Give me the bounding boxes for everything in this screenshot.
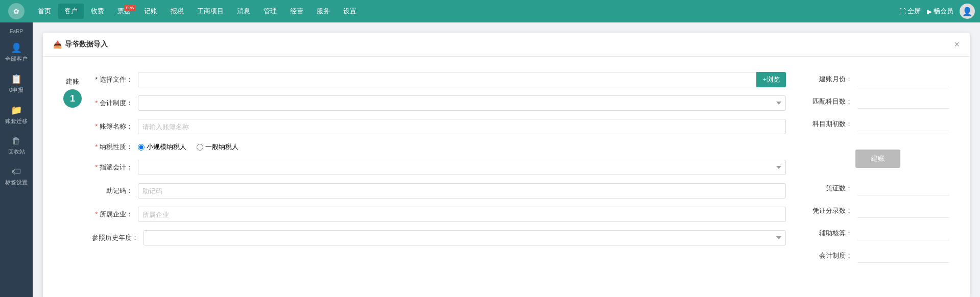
info-initial-label: 科目期初数： — [806, 119, 852, 129]
new-badge: new — [124, 5, 136, 11]
accountant-select[interactable] — [138, 160, 786, 175]
sidebar-label-customers: 全部客户 — [5, 55, 28, 63]
declaration-icon: 📋 — [11, 73, 22, 85]
nav-manage[interactable]: 管理 — [257, 4, 283, 19]
content-area: 📥 导爷数据导入 × 建账 1 — [33, 22, 980, 297]
sidebar-label-migration: 账套迁移 — [5, 117, 28, 125]
tax-general-radio[interactable]: 一般纳税人 — [197, 142, 238, 152]
nav-bookkeeping[interactable]: 记账 — [138, 4, 163, 19]
nav-right: ⛶ 全屏 ▶ 畅会员 👤 — [899, 4, 975, 19]
logo[interactable]: ✿ — [5, 0, 28, 22]
nav-customer[interactable]: 客户 — [58, 4, 84, 19]
nav-fee[interactable]: 收费 — [85, 4, 110, 19]
sidebar: EaRP 👤 全部客户 📋 0申报 📁 账套迁移 🗑 回收站 🏷 标签设置 — [0, 22, 33, 297]
user-avatar[interactable]: 👤 — [960, 4, 975, 19]
memo-input[interactable] — [138, 183, 786, 199]
step-indicator: 建账 1 — [63, 72, 82, 263]
nav-items: 首页 客户 收费 票据 new 记账 报税 工商项目 消息 管理 经营 服务 设… — [32, 4, 899, 19]
title-icon: 📥 — [53, 40, 62, 48]
memo-row: 助记码： — [92, 183, 786, 199]
top-navigation: ✿ 首页 客户 收费 票据 new 记账 报税 工商项目 消息 管理 经营 服务… — [0, 0, 980, 22]
ledger-name-label: 账簿名称： — [92, 122, 133, 131]
nav-settings[interactable]: 设置 — [337, 4, 363, 19]
dialog-header: 📥 导爷数据导入 × — [43, 33, 970, 57]
browse-button[interactable]: +浏览 — [756, 72, 786, 87]
history-year-select[interactable] — [144, 230, 786, 245]
form-fields: * 选择文件： +浏览 会计制度： — [92, 72, 786, 263]
step-label: 建账 — [66, 77, 79, 86]
migration-icon: 📁 — [11, 105, 22, 116]
file-label: * 选择文件： — [92, 75, 133, 84]
sidebar-item-recycle-bin[interactable]: 🗑 回收站 — [0, 132, 33, 160]
ledger-name-row: 账簿名称： — [92, 119, 786, 134]
main-layout: EaRP 👤 全部客户 📋 0申报 📁 账套迁移 🗑 回收站 🏷 标签设置 — [0, 22, 980, 297]
tax-type-label: 纳税性质： — [92, 142, 133, 152]
info-aux-value — [857, 226, 949, 240]
form-section: 建账 1 * 选择文件： +浏览 — [63, 72, 786, 263]
recycle-icon: 🗑 — [12, 136, 21, 146]
info-voucher-entries-row: 凭证分录数： — [806, 204, 949, 218]
info-section: 建账月份： 匹配科目数： 科目期初数： 建账 — [806, 72, 949, 263]
sidebar-label-tags: 标签设置 — [5, 179, 28, 186]
info-aux-row: 辅助核算： — [806, 226, 949, 240]
info-accounting-system-row: 会计制度： — [806, 249, 949, 263]
info-match-label: 匹配科目数： — [806, 97, 852, 106]
build-account-button[interactable]: 建账 — [855, 150, 900, 168]
info-voucher-value — [857, 181, 949, 195]
nav-tax[interactable]: 报税 — [164, 4, 190, 19]
dialog-container: 📥 导爷数据导入 × 建账 1 — [43, 33, 970, 297]
nav-invoice[interactable]: 票据 new — [111, 4, 137, 19]
file-input[interactable] — [138, 72, 756, 87]
history-year-label: 参照历史年度： — [92, 233, 138, 242]
info-accounting-system-label: 会计制度： — [806, 251, 852, 260]
accounting-system-label: 会计制度： — [92, 98, 133, 108]
info-voucher-row: 凭证数： — [806, 181, 949, 195]
nav-business[interactable]: 工商项目 — [191, 4, 230, 19]
accountant-label: 指派会计： — [92, 163, 133, 172]
sidebar-label-recycle: 回收站 — [8, 148, 25, 156]
info-month-label: 建账月份： — [806, 75, 852, 84]
member-btn[interactable]: ▶ 畅会员 — [927, 7, 953, 16]
dialog-title: 📥 导爷数据导入 — [53, 40, 108, 49]
tax-type-row: 纳税性质： 小规模纳税人 一般纳税人 — [92, 142, 786, 152]
history-year-row: 参照历史年度： — [92, 230, 786, 245]
dialog-body: 建账 1 * 选择文件： +浏览 — [43, 57, 970, 278]
info-accounting-system-value — [857, 249, 949, 263]
tax-small-radio[interactable]: 小规模纳税人 — [138, 142, 186, 152]
info-initial-value — [857, 117, 949, 131]
nav-home[interactable]: 首页 — [32, 4, 57, 19]
info-aux-label: 辅助核算： — [806, 229, 852, 238]
info-voucher-entries-label: 凭证分录数： — [806, 206, 852, 215]
step-circle: 1 — [63, 89, 82, 108]
company-input[interactable] — [138, 207, 786, 222]
file-row: * 选择文件： +浏览 — [92, 72, 786, 87]
close-button[interactable]: × — [954, 40, 960, 49]
info-voucher-label: 凭证数： — [806, 184, 852, 193]
title-text: 导爷数据导入 — [65, 40, 108, 49]
accounting-system-select[interactable] — [138, 95, 786, 111]
info-match-value — [857, 94, 949, 109]
sidebar-label-declaration: 0申报 — [9, 86, 23, 94]
sidebar-item-tag-settings[interactable]: 🏷 标签设置 — [0, 162, 33, 190]
nav-service[interactable]: 服务 — [310, 4, 336, 19]
accountant-row: 指派会计： — [92, 160, 786, 175]
sidebar-item-all-customers[interactable]: 👤 全部客户 — [0, 38, 33, 67]
earp-label: EaRP — [8, 28, 25, 36]
nav-operation[interactable]: 经营 — [284, 4, 309, 19]
info-initial-row: 科目期初数： — [806, 117, 949, 131]
file-input-group: +浏览 — [138, 72, 786, 87]
info-month-row: 建账月份： — [806, 72, 949, 86]
company-label: 所属企业： — [92, 210, 133, 219]
nav-message[interactable]: 消息 — [231, 4, 256, 19]
tax-radio-group: 小规模纳税人 一般纳税人 — [138, 142, 238, 152]
fullscreen-btn[interactable]: ⛶ 全屏 — [899, 7, 921, 16]
info-match-row: 匹配科目数： — [806, 94, 949, 109]
ledger-name-input[interactable] — [138, 119, 786, 134]
logo-circle: ✿ — [8, 3, 25, 19]
company-row: 所属企业： — [92, 207, 786, 222]
sidebar-item-zero-declaration[interactable]: 📋 0申报 — [0, 69, 33, 98]
customer-icon: 👤 — [11, 42, 22, 54]
memo-label: 助记码： — [92, 186, 133, 195]
sidebar-item-account-migration[interactable]: 📁 账套迁移 — [0, 101, 33, 129]
info-month-value — [857, 72, 949, 86]
